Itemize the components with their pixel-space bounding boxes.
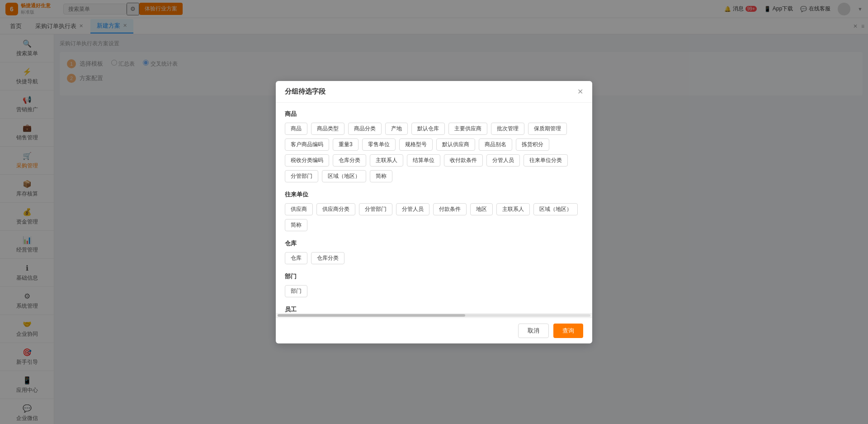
field-tag[interactable]: 仓库分类 bbox=[333, 154, 366, 167]
field-tag[interactable]: 简称 bbox=[285, 219, 307, 231]
section-partner: 往来单位 供应商 供应商分类 分管部门 分管人员 付款条件 地区 主联系人 区域… bbox=[285, 191, 583, 231]
field-tag[interactable]: 区域（地区） bbox=[533, 203, 578, 215]
field-tag[interactable]: 商品别名 bbox=[479, 138, 512, 151]
section-warehouse: 仓库 仓库 仓库分类 bbox=[285, 239, 583, 264]
confirm-button[interactable]: 查询 bbox=[553, 324, 583, 338]
field-tag[interactable]: 部门 bbox=[285, 285, 307, 297]
modal-overlay: 分组待选字段 ✕ 商品 商品 商品类型 商品分类 产地 默认仓库 主要供应商 批… bbox=[0, 0, 868, 424]
modal-footer: 取消 查询 bbox=[276, 318, 592, 343]
modal-title: 分组待选字段 bbox=[285, 87, 326, 96]
field-tag[interactable]: 拣货积分 bbox=[516, 138, 549, 151]
field-tag[interactable]: 规格型号 bbox=[399, 138, 433, 151]
section-staff: 员工 业务员 bbox=[285, 305, 583, 313]
field-tag[interactable]: 仓库 bbox=[285, 252, 307, 264]
field-tag[interactable]: 区域（地区） bbox=[322, 170, 366, 182]
field-tag[interactable]: 主联系人 bbox=[370, 154, 403, 167]
field-tag[interactable]: 仓库分类 bbox=[311, 252, 344, 264]
modal-scroll-bottom bbox=[276, 313, 592, 318]
field-tag[interactable]: 分管部门 bbox=[359, 203, 392, 215]
section-warehouse-tags: 仓库 仓库分类 bbox=[285, 252, 583, 264]
field-tag[interactable]: 分管人员 bbox=[396, 203, 429, 215]
field-tag[interactable]: 主联系人 bbox=[496, 203, 530, 215]
field-select-modal: 分组待选字段 ✕ 商品 商品 商品类型 商品分类 产地 默认仓库 主要供应商 批… bbox=[276, 81, 592, 343]
section-warehouse-title: 仓库 bbox=[285, 239, 583, 248]
field-tag[interactable]: 往来单位分类 bbox=[524, 154, 568, 167]
section-partner-tags: 供应商 供应商分类 分管部门 分管人员 付款条件 地区 主联系人 区域（地区） … bbox=[285, 203, 583, 231]
field-tag[interactable]: 商品 bbox=[285, 123, 307, 135]
section-goods: 商品 商品 商品类型 商品分类 产地 默认仓库 主要供应商 批次管理 保质期管理… bbox=[285, 110, 583, 182]
cancel-button[interactable]: 取消 bbox=[518, 324, 549, 338]
section-staff-title: 员工 bbox=[285, 305, 583, 313]
section-dept: 部门 部门 bbox=[285, 272, 583, 297]
section-dept-title: 部门 bbox=[285, 272, 583, 281]
field-tag[interactable]: 重量3 bbox=[333, 138, 359, 151]
field-tag[interactable]: 税收分类编码 bbox=[285, 154, 329, 167]
field-tag[interactable]: 默认供应商 bbox=[436, 138, 475, 151]
field-tag[interactable]: 批次管理 bbox=[491, 123, 524, 135]
field-tag[interactable]: 供应商分类 bbox=[316, 203, 355, 215]
field-tag[interactable]: 商品分类 bbox=[348, 123, 382, 135]
modal-close-btn[interactable]: ✕ bbox=[577, 87, 583, 96]
field-tag[interactable]: 付款条件 bbox=[433, 203, 467, 215]
field-tag[interactable]: 分管部门 bbox=[285, 170, 318, 182]
modal-scroll-track[interactable] bbox=[278, 314, 590, 317]
field-tag[interactable]: 供应商 bbox=[285, 203, 313, 215]
field-tag[interactable]: 简称 bbox=[370, 170, 392, 182]
field-tag[interactable]: 地区 bbox=[470, 203, 493, 215]
modal-scroll-thumb bbox=[278, 314, 465, 317]
field-tag[interactable]: 收付款条件 bbox=[444, 154, 483, 167]
field-tag[interactable]: 主要供应商 bbox=[448, 123, 487, 135]
field-tag[interactable]: 结算单位 bbox=[407, 154, 440, 167]
field-tag[interactable]: 分管人员 bbox=[486, 154, 520, 167]
field-tag[interactable]: 产地 bbox=[385, 123, 408, 135]
field-tag[interactable]: 默认仓库 bbox=[411, 123, 445, 135]
section-dept-tags: 部门 bbox=[285, 285, 583, 297]
field-tag[interactable]: 商品类型 bbox=[311, 123, 344, 135]
modal-header: 分组待选字段 ✕ bbox=[276, 81, 592, 103]
section-partner-title: 往来单位 bbox=[285, 191, 583, 199]
modal-body: 商品 商品 商品类型 商品分类 产地 默认仓库 主要供应商 批次管理 保质期管理… bbox=[276, 103, 592, 313]
field-tag[interactable]: 保质期管理 bbox=[528, 123, 567, 135]
field-tag[interactable]: 零售单位 bbox=[362, 138, 396, 151]
section-goods-title: 商品 bbox=[285, 110, 583, 118]
section-goods-tags: 商品 商品类型 商品分类 产地 默认仓库 主要供应商 批次管理 保质期管理 客户… bbox=[285, 123, 583, 182]
field-tag[interactable]: 客户商品编码 bbox=[285, 138, 329, 151]
